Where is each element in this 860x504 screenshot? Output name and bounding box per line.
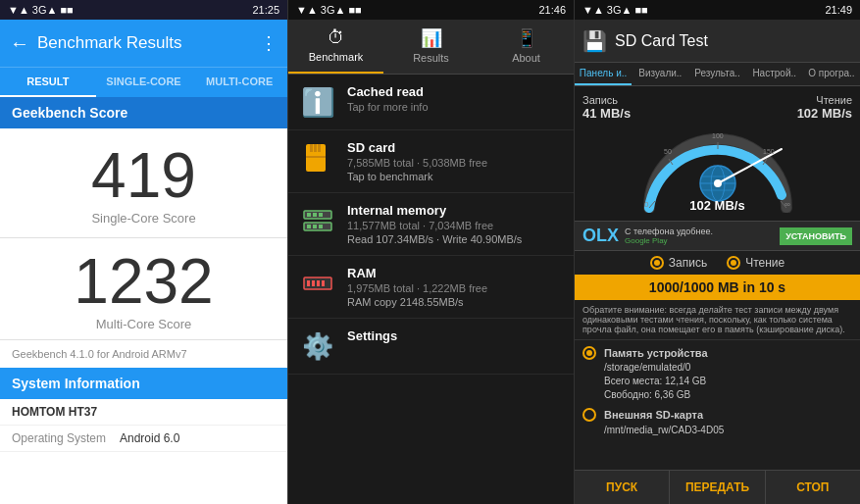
tab-result[interactable]: RESULT (0, 68, 96, 97)
read-value: 102 MB/s (797, 106, 852, 121)
panel3-tab-2[interactable]: Результа.. (688, 63, 745, 85)
app-title-1: Benchmark Results (37, 33, 252, 53)
panel2-tabs: ⏱ Benchmark 📊 Results 📱 About (288, 20, 574, 75)
tabs-bar-1: RESULT SINGLE-CORE MULTI-CORE (0, 67, 287, 97)
cached-read-title: Cached read (347, 84, 562, 99)
tab-single-core[interactable]: SINGLE-CORE (96, 68, 192, 97)
install-button[interactable]: УСТАНОВИТЬ (780, 227, 852, 245)
back-button[interactable]: ← (10, 32, 29, 55)
tab-results[interactable]: 📊 Results (383, 20, 479, 74)
tab-multi-core[interactable]: MULTI-CORE (191, 68, 287, 97)
read-radio[interactable] (727, 256, 740, 270)
transfer-button[interactable]: ПЕРЕДАТЬ (670, 471, 765, 504)
external-sd-text: Внешняя SD-карта /mnt/media_rw/CAD3-4D05 (604, 408, 724, 436)
external-sd-option[interactable]: Внешняя SD-карта /mnt/media_rw/CAD3-4D05 (582, 408, 852, 436)
svg-rect-18 (312, 280, 315, 286)
sdbenchmark-panel: ▼▲ 3G▲ ■■ 21:46 ⏱ Benchmark 📊 Results 📱 … (287, 0, 575, 504)
multi-core-label: Multi-Core Score (96, 317, 192, 331)
panel3-appbar: 💾 SD Card Test (575, 20, 860, 63)
system-info-header: System Information (0, 368, 287, 399)
svg-rect-1 (310, 144, 313, 152)
geekbench-panel: ▼▲ 3G▲ ■■ 21:25 ← Benchmark Results ⋮ RE… (0, 0, 287, 504)
svg-rect-2 (314, 144, 317, 152)
svg-text:100: 100 (712, 132, 724, 139)
ad-banner: OLX С телефона удобнее. Google Play УСТА… (575, 221, 860, 251)
panel3-tab-3[interactable]: Настрой.. (746, 63, 803, 85)
settings-text: Settings (347, 328, 562, 343)
external-sd-radio[interactable] (582, 408, 596, 422)
score-divider (0, 237, 287, 238)
device-storage-option[interactable]: Память устройства /storage/emulated/0 Вс… (582, 346, 852, 402)
panel3-tab-1[interactable]: Визуали.. (632, 63, 688, 85)
cached-read-subtitle: Tap for more info (347, 101, 562, 113)
sd-card-text: SD card 7,585MB total · 5,038MB free Tap… (347, 140, 562, 182)
svg-rect-4 (306, 156, 326, 158)
benchmark-tab-label: Benchmark (309, 51, 364, 63)
settings-item[interactable]: ⚙️ Settings (288, 319, 574, 375)
write-radio[interactable] (650, 256, 664, 270)
svg-text:150: 150 (763, 148, 775, 155)
device-storage-text: Память устройства /storage/emulated/0 Вс… (604, 346, 708, 402)
results-tab-label: Results (413, 52, 449, 64)
cached-read-item[interactable]: ℹ️ Cached read Tap for more info (288, 75, 574, 130)
benchmark-tab-icon: ⏱ (328, 27, 345, 48)
svg-rect-3 (318, 144, 321, 152)
status-icons-3: ▼▲ 3G▲ ■■ (582, 4, 648, 16)
info-icon: ℹ️ (300, 84, 335, 120)
speed-labels: Запись 41 MB/s Чтение 102 MB/s (582, 94, 852, 121)
svg-rect-13 (313, 225, 317, 228)
status-time-2: 21:46 (538, 4, 566, 16)
svg-rect-20 (322, 280, 325, 286)
storage-options: Память устройства /storage/emulated/0 Вс… (575, 340, 860, 449)
read-label: Чтение (797, 94, 852, 106)
internal-memory-subtitle: 11,577MB total · 7,034MB free (347, 220, 562, 231)
ram-text: RAM 1,975MB total · 1,222MB free RAM cop… (347, 266, 562, 308)
svg-rect-19 (317, 280, 320, 286)
menu-button[interactable]: ⋮ (260, 32, 278, 54)
progress-bar: 1000/1000 MB in 10 s (575, 275, 860, 300)
ram-item[interactable]: RAM 1,975MB total · 1,222MB free RAM cop… (288, 256, 574, 319)
write-option[interactable]: Запись (650, 256, 707, 270)
os-value: Android 6.0 (120, 431, 276, 445)
panel3-tabs: Панель и.. Визуали.. Результа.. Настрой.… (575, 63, 860, 86)
geekbench-score-header: Geekbench Score (0, 97, 287, 128)
status-icons-1: ▼▲ 3G▲ ■■ (8, 4, 74, 16)
tab-about[interactable]: 📱 About (479, 20, 574, 74)
score-section: 419 Single-Core Score 1232 Multi-Core Sc… (0, 128, 287, 339)
internal-memory-title: Internal memory (347, 203, 562, 218)
benchmark-list: ℹ️ Cached read Tap for more info SD card… (288, 75, 574, 504)
svg-rect-9 (307, 213, 311, 217)
svg-text:∞: ∞ (784, 200, 790, 209)
results-tab-icon: 📊 (421, 27, 442, 49)
sd-card-item[interactable]: SD card 7,585MB total · 5,038MB free Tap… (288, 130, 574, 193)
panel3-tab-4[interactable]: О програ.. (803, 63, 860, 85)
ram-subtitle: 1,975MB total · 1,222MB free (347, 282, 562, 294)
device-storage-radio[interactable] (582, 346, 596, 360)
ad-text: С телефона удобнее. Google Play (625, 227, 774, 245)
read-option[interactable]: Чтение (727, 256, 784, 270)
cached-read-text: Cached read Tap for more info (347, 84, 562, 113)
status-bar-3: ▼▲ 3G▲ ■■ 21:49 (575, 0, 860, 20)
read-radio-label: Чтение (745, 256, 784, 270)
start-button[interactable]: ПУСК (575, 471, 670, 504)
stop-button[interactable]: СТОП (766, 471, 860, 504)
svg-rect-17 (307, 280, 310, 286)
about-tab-label: About (512, 52, 540, 64)
status-time-3: 21:49 (825, 4, 852, 16)
rw-toggle: Запись Чтение (575, 251, 860, 275)
internal-memory-item[interactable]: Internal memory 11,577MB total · 7,034MB… (288, 193, 574, 256)
panel3-tab-0[interactable]: Панель и.. (575, 63, 632, 85)
write-label: Запись (582, 94, 631, 106)
device-row: HOMTOM HT37 (0, 399, 287, 426)
bottom-buttons: ПУСК ПЕРЕДАТЬ СТОП (575, 470, 860, 504)
panel3-title: SD Card Test (615, 32, 708, 50)
memory-icon (300, 203, 335, 238)
app-bar-1: ← Benchmark Results ⋮ (0, 20, 287, 67)
svg-point-32 (714, 179, 722, 187)
sd-card-subtitle: 7,585MB total · 5,038MB free (347, 157, 562, 169)
single-core-label: Single-Core Score (91, 211, 195, 226)
progress-text: 1000/1000 MB in 10 s (582, 279, 852, 295)
tab-benchmark[interactable]: ⏱ Benchmark (288, 20, 383, 74)
sd-icon (300, 140, 335, 176)
svg-rect-10 (313, 213, 317, 217)
